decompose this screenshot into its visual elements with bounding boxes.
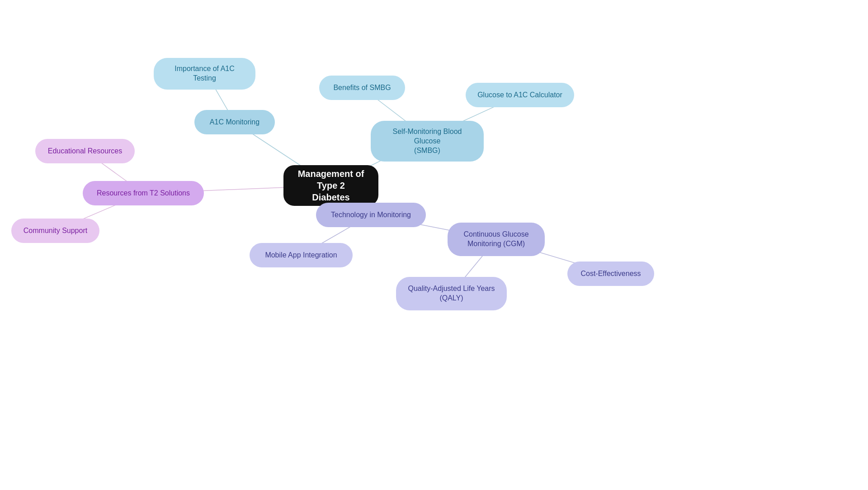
node-importance_a1c[interactable]: Importance of A1C Testing bbox=[154, 58, 255, 90]
node-benefits_smbg[interactable]: Benefits of SMBG bbox=[319, 76, 405, 100]
node-label-tech_monitoring: Technology in Monitoring bbox=[331, 210, 411, 220]
mind-map-container: Management of Type 2 DiabetesA1C Monitor… bbox=[0, 0, 868, 490]
node-label-mobile_app: Mobile App Integration bbox=[265, 251, 337, 260]
node-cost_effectiveness[interactable]: Cost-Effectiveness bbox=[567, 262, 654, 286]
node-label-center: Management of Type 2 Diabetes bbox=[293, 168, 368, 203]
node-resources_t2[interactable]: Resources from T2 Solutions bbox=[83, 181, 204, 205]
node-label-importance_a1c: Importance of A1C Testing bbox=[164, 64, 245, 83]
node-label-qaly: Quality-Adjusted Life Years (QALY) bbox=[408, 284, 495, 303]
node-glucose_calc[interactable]: Glucose to A1C Calculator bbox=[466, 83, 574, 107]
connections-svg bbox=[0, 0, 868, 490]
node-label-educational_resources: Educational Resources bbox=[48, 147, 123, 156]
node-label-cgm: Continuous Glucose Monitoring (CGM) bbox=[463, 230, 528, 249]
node-label-smbg: Self-Monitoring Blood Glucose (SMBG) bbox=[381, 127, 474, 155]
node-tech_monitoring[interactable]: Technology in Monitoring bbox=[316, 203, 426, 227]
node-mobile_app[interactable]: Mobile App Integration bbox=[250, 243, 353, 267]
node-label-a1c_monitoring: A1C Monitoring bbox=[210, 118, 259, 127]
node-label-cost_effectiveness: Cost-Effectiveness bbox=[580, 269, 641, 279]
node-community_support[interactable]: Community Support bbox=[11, 219, 99, 243]
node-smbg[interactable]: Self-Monitoring Blood Glucose (SMBG) bbox=[371, 121, 484, 162]
node-qaly[interactable]: Quality-Adjusted Life Years (QALY) bbox=[396, 277, 507, 310]
node-a1c_monitoring[interactable]: A1C Monitoring bbox=[194, 110, 275, 134]
node-cgm[interactable]: Continuous Glucose Monitoring (CGM) bbox=[448, 223, 545, 256]
node-label-glucose_calc: Glucose to A1C Calculator bbox=[477, 90, 562, 100]
node-educational_resources[interactable]: Educational Resources bbox=[35, 139, 135, 163]
node-label-resources_t2: Resources from T2 Solutions bbox=[97, 189, 190, 198]
node-center[interactable]: Management of Type 2 Diabetes bbox=[283, 165, 378, 206]
node-label-community_support: Community Support bbox=[24, 226, 87, 236]
node-label-benefits_smbg: Benefits of SMBG bbox=[333, 83, 391, 93]
